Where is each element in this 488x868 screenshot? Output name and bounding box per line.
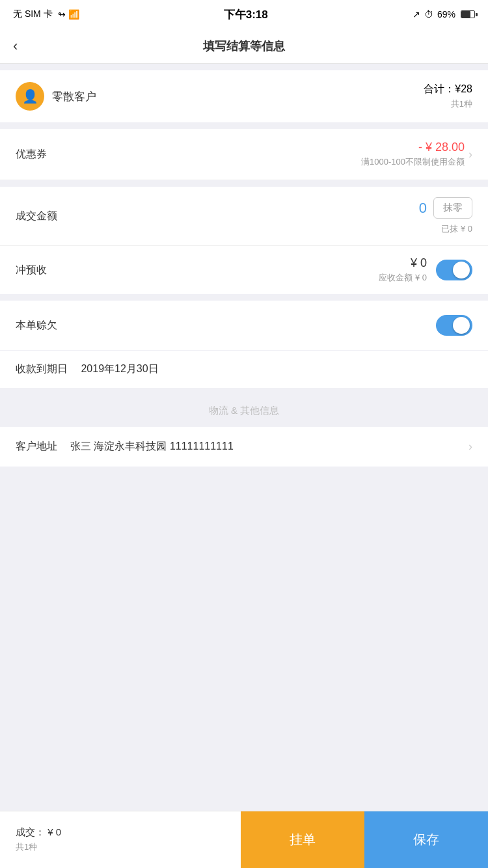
precollect-right: ¥ 0 应收金额 ¥ 0 <box>379 256 472 284</box>
precollect-label: 冲预收 <box>16 264 47 277</box>
status-left: 无 SIM 卡 ↬ 📶 <box>13 8 79 20</box>
bottom-bar: 成交： ¥ 0 共1种 挂单 保存 <box>0 811 488 868</box>
coupon-section: 优惠券 - ¥ 28.00 满1000-100不限制使用金额 › <box>0 129 488 180</box>
precollect-toggle[interactable] <box>436 260 472 280</box>
bottom-summary: 成交： ¥ 0 共1种 <box>0 826 241 853</box>
wifi-icon: ↬ 📶 <box>58 9 79 20</box>
precollect-row: 冲预收 ¥ 0 应收金额 ¥ 0 <box>0 245 488 294</box>
customer-name: 零散客户 <box>52 89 96 104</box>
precollect-sub: 应收金额 ¥ 0 <box>379 272 427 284</box>
debt-toggle-knob <box>453 317 470 334</box>
customer-total: 合计：¥28 共1种 <box>424 83 472 110</box>
back-button[interactable]: ‹ <box>13 38 18 55</box>
address-chevron-icon: › <box>468 440 472 454</box>
save-button[interactable]: 保存 <box>364 811 488 869</box>
logistics-label: 物流 & 其他信息 <box>209 405 279 417</box>
duedate-row: 收款到期日 2019年12月30日 <box>0 350 488 388</box>
status-time: 下午3:18 <box>224 7 268 22</box>
divider-4 <box>0 388 488 394</box>
content-area: 👤 零散客户 合计：¥28 共1种 优惠券 - ¥ 28.00 满1000-10… <box>0 70 488 655</box>
address-value: 张三 海淀永丰科技园 11111111111 <box>70 440 465 454</box>
coupon-label: 优惠券 <box>16 148 47 161</box>
status-right: ↗ ⏱ 69% <box>413 9 475 20</box>
address-row[interactable]: 客户地址 张三 海淀永丰科技园 11111111111 › <box>0 427 488 467</box>
total-count: 共1种 <box>424 98 472 110</box>
customer-avatar: 👤 <box>16 82 44 111</box>
bottom-deal-label: 成交： ¥ 0 <box>16 826 225 839</box>
battery-icon <box>461 10 475 18</box>
divider-3 <box>0 294 488 301</box>
logistics-divider: 物流 & 其他信息 <box>0 394 488 427</box>
coupon-right: - ¥ 28.00 满1000-100不限制使用金额 <box>361 141 465 168</box>
bottom-deal-text: 成交： <box>16 826 45 837</box>
divider-5 <box>0 467 488 597</box>
transaction-label: 成交金额 <box>16 210 57 223</box>
duedate-label: 收款到期日 <box>16 363 68 374</box>
customer-info: 👤 零散客户 <box>16 82 96 111</box>
status-bar: 无 SIM 卡 ↬ 📶 下午3:18 ↗ ⏱ 69% <box>0 0 488 29</box>
address-label: 客户地址 <box>16 440 57 454</box>
toggle-knob <box>453 262 470 278</box>
location-icon: ↗ <box>413 9 420 20</box>
transaction-value-row: 0 抹零 <box>419 197 472 219</box>
divider-2 <box>0 180 488 187</box>
battery-percent: 69% <box>437 9 455 20</box>
alarm-icon: ⏱ <box>424 9 433 20</box>
coupon-chevron-icon: › <box>468 148 472 161</box>
divider-1 <box>0 122 488 129</box>
nav-bar: ‹ 填写结算等信息 <box>0 29 488 64</box>
duedate-value: 2019年12月30日 <box>81 363 158 374</box>
coupon-discount: - ¥ 28.00 <box>361 141 465 154</box>
debt-section: 本单赊欠 <box>0 301 488 350</box>
precollect-amount: ¥ 0 <box>379 256 427 270</box>
avatar-icon: 👤 <box>22 88 38 104</box>
bottom-count: 共1种 <box>16 841 225 853</box>
transaction-right: 0 抹零 已抹 ¥ 0 <box>419 197 472 235</box>
page-title: 填写结算等信息 <box>203 38 285 54</box>
debt-toggle[interactable] <box>436 315 472 336</box>
coupon-desc: 满1000-100不限制使用金额 <box>361 156 465 168</box>
bottom-deal-amount: ¥ 0 <box>47 826 61 837</box>
transaction-value[interactable]: 0 <box>419 200 427 217</box>
sim-label: 无 SIM 卡 <box>13 8 53 20</box>
total-amount: 合计：¥28 <box>424 83 472 96</box>
transaction-section: 成交金额 0 抹零 已抹 ¥ 0 冲预收 ¥ 0 应收金额 ¥ 0 <box>0 187 488 294</box>
round-off-button[interactable]: 抹零 <box>433 197 472 219</box>
customer-section: 👤 零散客户 合计：¥28 共1种 <box>0 70 488 122</box>
hang-button[interactable]: 挂单 <box>241 811 364 869</box>
transaction-sub: 已抹 ¥ 0 <box>441 223 472 235</box>
coupon-row[interactable]: 优惠券 - ¥ 28.00 满1000-100不限制使用金额 › <box>0 129 488 180</box>
debt-label: 本单赊欠 <box>16 319 57 332</box>
transaction-row: 成交金额 0 抹零 已抹 ¥ 0 <box>0 187 488 245</box>
